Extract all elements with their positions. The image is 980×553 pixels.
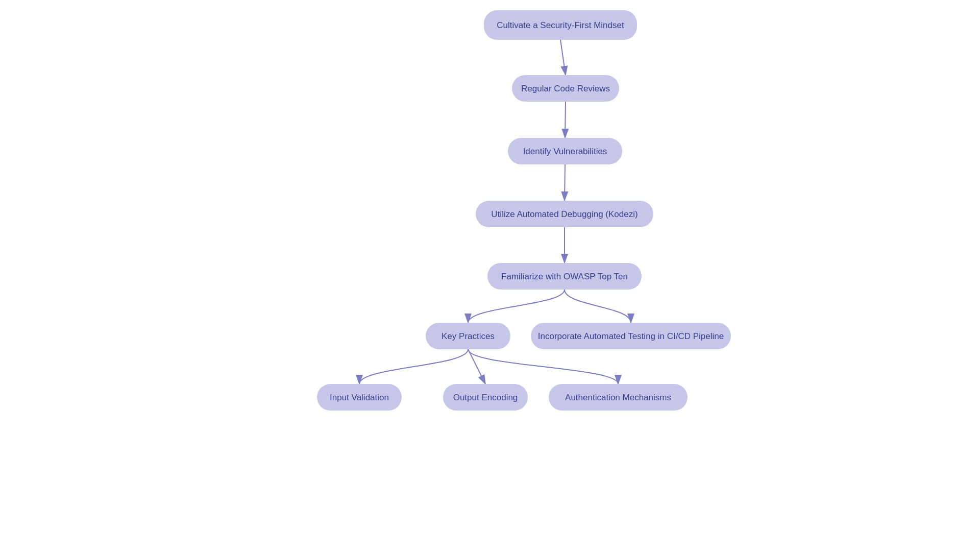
svg-text:Incorporate Automated Testing : Incorporate Automated Testing in CI/CD P… xyxy=(538,331,724,341)
svg-text:Authentication Mechanisms: Authentication Mechanisms xyxy=(565,393,671,402)
svg-text:Utilize Automated Debugging (K: Utilize Automated Debugging (Kodezi) xyxy=(491,209,638,219)
svg-text:Regular Code Reviews: Regular Code Reviews xyxy=(521,84,610,93)
svg-text:Input Validation: Input Validation xyxy=(330,393,389,402)
svg-text:Identify Vulnerabilities: Identify Vulnerabilities xyxy=(523,147,607,156)
svg-text:Key Practices: Key Practices xyxy=(442,331,495,341)
svg-text:Output Encoding: Output Encoding xyxy=(453,393,518,402)
svg-text:Cultivate a Security-First Min: Cultivate a Security-First Mindset xyxy=(497,20,624,30)
svg-text:Familiarize with OWASP Top Ten: Familiarize with OWASP Top Ten xyxy=(501,272,628,281)
diagram-container: Cultivate a Security-First MindsetRegula… xyxy=(0,0,980,553)
